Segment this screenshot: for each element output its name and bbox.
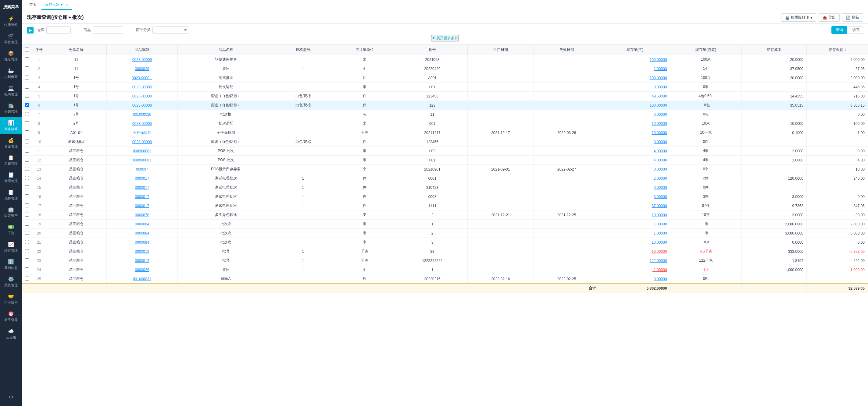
export-button[interactable]: 📤 导出 — [818, 13, 840, 22]
row-select-checkbox[interactable] — [25, 167, 29, 171]
row-qty-link[interactable]: 100.00000 — [650, 58, 667, 62]
row-select-checkbox[interactable] — [25, 231, 29, 235]
sidebar-item-guide[interactable]: 🎯 新手引导 — [0, 308, 22, 325]
settings-icon[interactable]: ⚙ — [8, 391, 14, 403]
row-qty-link[interactable]: 10.00000 — [652, 213, 667, 217]
row-code-link[interactable]: 0000084 — [135, 240, 149, 244]
row-code-link[interactable]: 0023-00005 — [132, 122, 152, 126]
sidebar-item-retail[interactable]: 🛒 零售管理 — [0, 30, 22, 47]
row-select-checkbox[interactable] — [25, 212, 29, 216]
row-select-checkbox[interactable] — [25, 139, 29, 143]
row-qty-link[interactable]: 2.00000 — [654, 176, 667, 181]
row-qty-link[interactable]: 100.00000 — [650, 76, 667, 80]
search-button[interactable]: 查询 — [831, 26, 847, 34]
tab-close-icon[interactable]: ✕ — [66, 3, 68, 6]
row-code-link[interactable]: 0000017 — [135, 195, 149, 199]
sidebar-item-inventory[interactable]: 📊 库存核算 — [0, 117, 22, 134]
row-qty-link[interactable]: 100.00000 — [650, 103, 667, 107]
sidebar-item-ecommerce[interactable]: 💻 电商管理 — [0, 82, 22, 100]
refresh-button[interactable]: 🔄 刷新 — [842, 13, 863, 22]
sidebar-item-wholesale[interactable]: 📦 批发管理 — [0, 47, 22, 65]
row-code-link[interactable]: 0000078 — [135, 213, 149, 217]
tab-inventory-batch[interactable]: 库存批次▼ ✕ — [41, 0, 72, 10]
row-qty-link[interactable]: 49.60000 — [652, 94, 667, 98]
row-qty-link[interactable]: 1.00000 — [654, 67, 667, 71]
row-qty-link[interactable]: 0.00000 — [654, 277, 667, 281]
row-qty-link[interactable]: 4.00000 — [654, 158, 667, 162]
row-select-checkbox[interactable] — [25, 176, 29, 180]
sidebar-logo[interactable]: 搜索菜单 — [0, 2, 22, 13]
row-select-checkbox[interactable] — [25, 85, 29, 89]
print-button[interactable]: 🖨️ 按模版打印 ▾ — [781, 13, 816, 22]
row-code-link[interactable]: 000900001 — [133, 149, 151, 153]
set-button[interactable]: 设置 — [849, 26, 863, 34]
row-qty-link[interactable]: 10.00000 — [652, 240, 667, 244]
row-code-link[interactable]: 0023-00008 — [132, 103, 152, 107]
sidebar-item-basic[interactable]: ℹ️ 基础信息 — [0, 256, 22, 273]
row-qty-link[interactable]: 10.00000 — [652, 122, 667, 126]
expand-conditions-button[interactable]: ▼ 展开更多条件 — [431, 35, 459, 41]
row-qty-link[interactable]: 3.00000 — [654, 195, 667, 199]
category-select[interactable] — [152, 27, 189, 34]
sidebar-item-egoose[interactable]: 🦢 小鹅电商 — [0, 65, 22, 82]
row-qty-link[interactable]: 87.00000 — [652, 204, 667, 208]
row-qty-link[interactable]: -1.00000 — [652, 268, 667, 272]
warehouse-input[interactable] — [46, 27, 71, 34]
sidebar-item-system[interactable]: ⚙️ 系统管理 — [0, 273, 22, 291]
row-code-link[interactable]: 0023-00008 — [132, 140, 152, 144]
sidebar-item-tax[interactable]: 📑 税务管理 — [0, 187, 22, 204]
sidebar-item-payroll[interactable]: 💵 工资 — [0, 221, 22, 238]
row-select-checkbox[interactable] — [25, 130, 29, 134]
row-qty-link[interactable]: 0.00000 — [654, 185, 667, 190]
row-code-link[interactable]: 0023-00008 — [132, 94, 152, 98]
row-select-checkbox[interactable] — [25, 240, 29, 244]
row-code-link[interactable]: 0023-0000... — [132, 76, 152, 80]
row-code-link[interactable]: 0000017 — [135, 176, 149, 181]
sidebar-item-assets[interactable]: 🏢 固定资产 — [0, 204, 22, 221]
sidebar-item-ops[interactable]: 📈 经营管理 — [0, 238, 22, 256]
tab-home[interactable]: 首页 — [26, 0, 40, 10]
row-qty-link[interactable]: -16.00000 — [650, 249, 667, 254]
row-select-checkbox[interactable] — [25, 185, 29, 189]
row-select-checkbox[interactable] — [25, 158, 29, 162]
row-code-link[interactable]: 000900001 — [133, 158, 151, 162]
row-code-link[interactable]: 0000017 — [135, 185, 149, 190]
row-code-link[interactable]: 0000084 — [135, 222, 149, 226]
sidebar-item-ledger[interactable]: 📋 总账管理 — [0, 152, 22, 169]
row-code-link[interactable]: 0000012 — [135, 259, 149, 263]
row-select-checkbox[interactable] — [25, 222, 29, 226]
row-qty-link[interactable]: 0.00000 — [654, 85, 667, 89]
row-code-link[interactable]: 子件保质期 — [133, 130, 151, 135]
row-code-link[interactable]: 000097 — [136, 167, 148, 171]
row-code-link[interactable]: 0023-00009 — [132, 58, 152, 62]
sidebar-item-purchase[interactable]: 🛍️ 采购管理 — [0, 100, 22, 117]
row-qty-link[interactable]: 1.00000 — [654, 222, 667, 226]
sidebar-item-collab[interactable]: 🤝 企业协同 — [0, 291, 22, 308]
row-select-checkbox[interactable] — [25, 121, 29, 125]
row-select-checkbox[interactable] — [25, 66, 29, 70]
sidebar-item-cloud[interactable]: ☁️ 云应用 — [0, 325, 22, 343]
row-qty-link[interactable]: 4.00000 — [654, 149, 667, 153]
row-select-checkbox[interactable] — [25, 258, 29, 262]
row-qty-link[interactable]: 122.00000 — [650, 259, 667, 263]
select-all-checkbox[interactable] — [25, 47, 29, 52]
row-code-link[interactable]: 0000029 — [135, 67, 149, 71]
row-select-checkbox[interactable] — [25, 57, 29, 61]
sidebar-item-quicknav[interactable]: ⚡ 快捷导航 — [0, 13, 22, 30]
sidebar-item-invoice[interactable]: 🧾 发票管理 — [0, 169, 22, 187]
amount-info-icon[interactable]: ℹ — [844, 48, 846, 52]
row-qty-link[interactable]: 10.00000 — [652, 131, 667, 135]
row-qty-link[interactable]: 1.00000 — [654, 231, 667, 235]
row-code-link[interactable]: 0000084 — [135, 231, 149, 235]
row-select-checkbox[interactable] — [25, 194, 29, 198]
goods-input[interactable] — [93, 27, 123, 34]
row-select-checkbox[interactable] — [25, 112, 29, 116]
row-code-link[interactable]: 0023-00005 — [132, 85, 152, 89]
sidebar-item-finance[interactable]: 💰 资金管理 — [0, 134, 22, 152]
row-code-link[interactable]: 001000026 — [133, 112, 151, 117]
row-qty-link[interactable]: 0.00000 — [654, 167, 667, 171]
row-select-checkbox[interactable] — [25, 249, 29, 253]
row-select-checkbox[interactable] — [25, 149, 29, 153]
row-select-checkbox[interactable] — [25, 94, 29, 98]
row-select-checkbox[interactable] — [25, 203, 29, 207]
